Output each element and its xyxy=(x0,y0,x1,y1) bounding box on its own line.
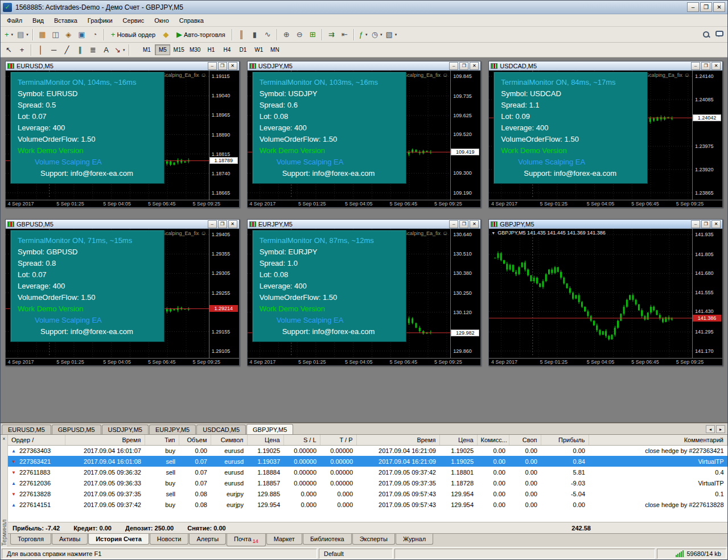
column-header[interactable]: Комисс... xyxy=(477,435,509,445)
terminal-tab-journal[interactable]: Журнал xyxy=(396,534,433,545)
chart-window-eurusd[interactable]: EURUSD,M5 –❐✕ Scalping_Ea_fix ☺ Terminal… xyxy=(5,61,240,208)
terminal-tab-market[interactable]: Маркет xyxy=(266,534,302,545)
profiles-button[interactable]: ▤▾ xyxy=(15,28,30,41)
metaeditor-button[interactable]: ◆ xyxy=(159,28,172,41)
strategy-tester-button[interactable]: ◔ xyxy=(88,28,101,41)
scroll-right-button[interactable]: ▸ xyxy=(716,425,725,433)
history-row[interactable]: ▼2273634212017.09.04 16:01:08sell0.07eur… xyxy=(8,456,727,467)
column-header[interactable]: Ордер / xyxy=(8,435,65,445)
time-scale[interactable]: 4 Sep 20175 Sep 01:255 Sep 04:055 Sep 06… xyxy=(248,358,481,365)
close-button[interactable]: ✕ xyxy=(713,2,725,12)
chart-shift-button[interactable]: ⇤ xyxy=(338,28,351,41)
terminal-tab-mailbox[interactable]: Почта14 xyxy=(227,534,266,546)
column-header[interactable]: Прибыль xyxy=(541,435,589,445)
chart-plot-area[interactable]: Scalping_Ea_fix ☺ TerminalMonitor ON, 71… xyxy=(6,229,209,358)
terminal-tab-account-history[interactable]: История Счета xyxy=(88,534,149,545)
chart-close-button[interactable]: ✕ xyxy=(470,62,479,70)
chart-restore-button[interactable]: ❐ xyxy=(218,62,227,70)
terminal-tab-experts[interactable]: Эксперты xyxy=(352,534,395,545)
column-header[interactable]: Комментарий xyxy=(589,435,727,445)
indicators-button[interactable]: ƒ▾ xyxy=(357,28,370,41)
timeframe-m30[interactable]: M30 xyxy=(187,44,203,55)
history-row[interactable]: ▲2276120362017.09.05 09:36:33buy0.07euru… xyxy=(8,477,727,488)
chart-window-titlebar[interactable]: USDCAD,M5 –❐✕ xyxy=(489,61,722,71)
terminal-tab-alerts[interactable]: Алерты xyxy=(189,534,226,545)
chart-window-titlebar[interactable]: GBPUSD,M5 –❐✕ xyxy=(6,220,239,229)
history-row[interactable]: ▼2276118832017.09.05 09:36:32sell0.07eur… xyxy=(8,467,727,477)
chart-close-button[interactable]: ✕ xyxy=(711,62,721,70)
menu-window[interactable]: Окно xyxy=(149,15,174,26)
terminal-close-icon[interactable]: × xyxy=(2,436,5,442)
chart-window-eurjpy[interactable]: EURJPY,M5 –❐✕ Scalping_Ea_fix ☺ Terminal… xyxy=(247,219,482,366)
chart-minimize-button[interactable]: – xyxy=(691,220,700,228)
crosshair-tool-button[interactable]: + xyxy=(15,44,28,56)
menu-help[interactable]: Справка xyxy=(174,15,209,26)
chart-window-gbpjpy[interactable]: GBPJPY,M5 –❐✕ ▼ GBPJPY,M5 141.435 141.44… xyxy=(488,219,723,366)
chart-restore-button[interactable]: ❐ xyxy=(218,220,227,228)
status-profile[interactable]: Default xyxy=(319,549,393,559)
fibonacci-tool-button[interactable]: ≣ xyxy=(87,44,100,56)
price-scale[interactable]: 1.294051.293551.293051.292551.291551.291… xyxy=(209,229,239,358)
timeframe-h1[interactable]: H1 xyxy=(203,44,219,55)
chart-plot-area[interactable]: Scalping_Ea_fix ☺ TerminalMonitor ON, 87… xyxy=(248,229,451,358)
column-header[interactable]: Цена xyxy=(439,435,477,445)
zoom-out-button[interactable]: ⊖ xyxy=(293,28,306,41)
chart-window-titlebar[interactable]: EURJPY,M5 –❐✕ xyxy=(248,220,481,229)
chart-plot-area[interactable]: Scalping_Ea_fix ☺ TerminalMonitor ON, 10… xyxy=(248,71,451,200)
search-button[interactable] xyxy=(700,28,713,41)
new-order-button[interactable]: +Новый ордер xyxy=(107,28,159,41)
history-row[interactable]: ▲2273634032017.09.04 16:01:07buy0.00euru… xyxy=(8,445,727,456)
timeframe-m15[interactable]: M15 xyxy=(171,44,186,55)
chart-window-titlebar[interactable]: GBPJPY,M5 –❐✕ xyxy=(489,220,722,229)
arrows-tool-button[interactable]: ↘▾ xyxy=(113,44,126,56)
chart-tab-gbpusd-m5[interactable]: GBPUSD,M5 xyxy=(52,425,101,434)
templates-button[interactable]: ▧▾ xyxy=(384,28,399,41)
terminal-tab-library[interactable]: Библиотека xyxy=(303,534,352,545)
chart-tab-gbpjpy-m5[interactable]: GBPJPY,M5 xyxy=(246,424,293,434)
horizontal-line-tool-button[interactable]: ─ xyxy=(47,44,60,56)
zoom-in-button[interactable]: ⊕ xyxy=(280,28,293,41)
bar-chart-mode-button[interactable]: ║ xyxy=(235,28,248,41)
chart-minimize-button[interactable]: – xyxy=(691,62,700,70)
chart-restore-button[interactable]: ❐ xyxy=(459,220,468,228)
chart-tab-usdcad-m5[interactable]: USDCAD,M5 xyxy=(196,425,246,434)
new-chart-button[interactable]: +▾ xyxy=(2,28,15,41)
chart-plot-area[interactable]: Scalping_Ea_fix ☺ TerminalMonitor ON, 84… xyxy=(489,71,693,200)
column-header[interactable]: S / L xyxy=(283,435,320,445)
column-header[interactable]: Объем xyxy=(179,435,211,445)
tile-windows-button[interactable]: ⊞ xyxy=(306,28,319,41)
menu-insert[interactable]: Вставка xyxy=(49,15,83,26)
time-scale[interactable]: 4 Sep 20175 Sep 01:255 Sep 04:055 Sep 06… xyxy=(248,200,481,207)
column-header[interactable]: Тип xyxy=(145,435,179,445)
terminal-tab-exposure[interactable]: Активы xyxy=(52,534,88,545)
data-window-button[interactable]: ◫ xyxy=(49,28,62,41)
price-scale[interactable]: 109.845109.735109.625109.520109.300109.1… xyxy=(451,71,480,200)
chart-plot-area[interactable]: ▼ GBPJPY,M5 141.435 141.445 141.369 141.… xyxy=(489,229,693,358)
chart-window-titlebar[interactable]: USDJPY,M5 –❐✕ xyxy=(248,61,481,71)
chart-minimize-button[interactable]: – xyxy=(208,220,217,228)
column-header[interactable]: Время xyxy=(65,435,145,445)
column-header[interactable]: Символ xyxy=(211,435,247,445)
channel-tool-button[interactable]: ∥ xyxy=(73,44,87,56)
chart-restore-button[interactable]: ❐ xyxy=(701,220,710,228)
chart-window-usdcad[interactable]: USDCAD,M5 –❐✕ Scalping_Ea_fix ☺ Terminal… xyxy=(488,61,723,208)
vertical-line-tool-button[interactable]: │ xyxy=(34,44,47,56)
line-chart-mode-button[interactable]: ∿ xyxy=(261,28,274,41)
chart-close-button[interactable]: ✕ xyxy=(711,220,721,228)
chart-window-titlebar[interactable]: EURUSD,M5 –❐✕ xyxy=(6,61,239,71)
maximize-button[interactable]: ❐ xyxy=(700,2,712,12)
timeframe-d1[interactable]: D1 xyxy=(235,44,250,55)
autotrading-button[interactable]: ▶Авто-торговля xyxy=(172,28,229,41)
scroll-left-button[interactable]: ◂ xyxy=(706,425,715,433)
chart-window-gbpusd[interactable]: GBPUSD,M5 –❐✕ Scalping_Ea_fix ☺ Terminal… xyxy=(5,219,240,366)
chart-plot-area[interactable]: Scalping_Ea_fix ☺ TerminalMonitor ON, 10… xyxy=(6,71,209,200)
menu-file[interactable]: Файл xyxy=(2,15,27,26)
history-row[interactable]: ▲2276141512017.09.05 09:37:42buy0.08eurj… xyxy=(8,499,727,510)
timeframe-m1[interactable]: M1 xyxy=(139,44,154,55)
text-tool-button[interactable]: A xyxy=(100,44,113,56)
minimize-button[interactable]: – xyxy=(687,2,699,12)
menu-tools[interactable]: Сервис xyxy=(118,15,150,26)
chart-close-button[interactable]: ✕ xyxy=(470,220,479,228)
menu-view[interactable]: Вид xyxy=(27,15,49,26)
candlestick-mode-button[interactable]: ▮ xyxy=(248,28,261,41)
